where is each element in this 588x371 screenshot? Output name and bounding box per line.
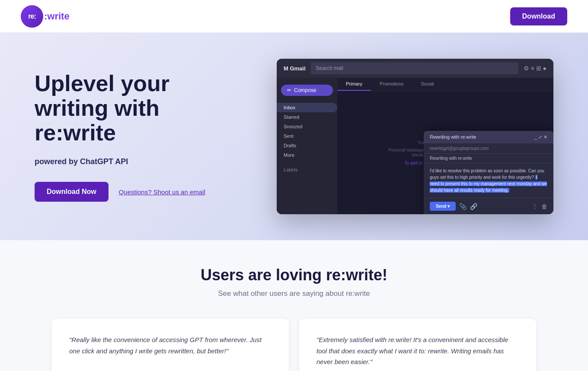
gmail-tabs: Primary Promotions Social (337, 78, 553, 91)
compose-button[interactable]: ✏ Compose (281, 85, 333, 96)
testimonials-subheading: See what other users are saying about re… (35, 289, 553, 298)
testimonials-grid: "Really like the convenience of accessin… (52, 319, 536, 371)
compose-link-icon[interactable]: 🔗 (470, 203, 477, 210)
compose-subject[interactable]: Rewriting with re:write (424, 154, 553, 163)
compose-close-icon[interactable]: _ ⤢ ✕ (534, 134, 547, 140)
sidebar-starred[interactable]: Starred (277, 112, 337, 122)
compose-body[interactable]: I'd like to resolve this problem as soon… (424, 163, 553, 198)
header: re: :write Download (0, 0, 588, 33)
compose-to[interactable]: rewritegpt@googlegroups.com (424, 143, 553, 154)
compose-send-button[interactable]: Send ▾ (430, 202, 456, 211)
testimonial-text-1: "Really like the convenience of accessin… (69, 334, 272, 356)
logo-icon: re: (21, 5, 43, 28)
compose-label: Compose (294, 87, 316, 93)
compose-more-icon[interactable]: ⋮ (532, 203, 538, 210)
compose-footer: Send ▾ 📎 🔗 ⋮ 🗑 (424, 198, 553, 214)
compose-window-header: Rewriting with re:write _ ⤢ ✕ (424, 131, 553, 143)
testimonials-heading: Users are loving re:write! (35, 266, 553, 284)
testimonial-card-2: "Extremely satisfied with re:write! It's… (299, 319, 536, 371)
sidebar-snoozed[interactable]: Snoozed (277, 122, 337, 131)
compose-window: Rewriting with re:write _ ⤢ ✕ rewritegpt… (424, 131, 553, 214)
compose-delete-icon[interactable]: 🗑 (541, 203, 547, 210)
sidebar-drafts[interactable]: Drafts (277, 141, 337, 150)
gmail-sidebar: ✏ Compose Inbox Starred Snoozed Sent Dra… (277, 78, 337, 214)
hero-title: Uplevel your writing with re:write (35, 71, 216, 146)
logo-icon-text: re: (28, 13, 35, 20)
logo: re: :write (21, 5, 70, 28)
gmail-icons-right: ⚙ ≡ ⊞ ● (524, 65, 546, 72)
testimonial-card-1: "Really like the convenience of accessin… (52, 319, 289, 371)
hero-subtitle: powered by ChatGPT API (35, 157, 216, 166)
hero-section: Uplevel your writing with re:write power… (0, 33, 588, 240)
download-now-button[interactable]: Download Now (35, 182, 109, 202)
tab-social[interactable]: Social (412, 78, 443, 91)
compose-window-title: Rewriting with re:write (430, 134, 476, 140)
testimonials-section: Users are loving re:write! See what othe… (0, 240, 588, 371)
gmail-search: Search mail (311, 62, 518, 74)
logo-wordmark: write (47, 11, 69, 22)
tab-promotions[interactable]: Promotions (371, 78, 412, 91)
hero-actions: Download Now Questions? Shoot us an emai… (35, 182, 216, 202)
compose-attach-icon[interactable]: 📎 (459, 203, 467, 210)
hero-right: M Gmail Search mail ⚙ ≡ ⊞ ● ✏ Compose In… (242, 59, 553, 214)
app-screenshot: M Gmail Search mail ⚙ ≡ ⊞ ● ✏ Compose In… (277, 59, 553, 214)
tab-primary[interactable]: Primary (337, 78, 371, 91)
gmail-bar: M Gmail Search mail ⚙ ≡ ⊞ ● (277, 59, 553, 78)
sidebar-sent[interactable]: Sent (277, 131, 337, 141)
logo-text: :write (44, 11, 70, 22)
sidebar-inbox[interactable]: Inbox (277, 103, 337, 112)
email-link[interactable]: Questions? Shoot us an email (119, 188, 205, 196)
hero-left: Uplevel your writing with re:write power… (35, 71, 216, 202)
gmail-search-text: Search mail (316, 65, 343, 71)
sidebar-labels: Labels (277, 165, 337, 174)
compose-highlight: I need to present this to my management … (430, 175, 547, 193)
sidebar-more[interactable]: More (277, 150, 337, 160)
gmail-icon: M Gmail (284, 65, 306, 72)
nav-download-button[interactable]: Download (510, 7, 567, 25)
testimonial-text-2: "Extremely satisfied with re:write! It's… (316, 334, 519, 368)
compose-icon: ✏ (287, 87, 291, 93)
